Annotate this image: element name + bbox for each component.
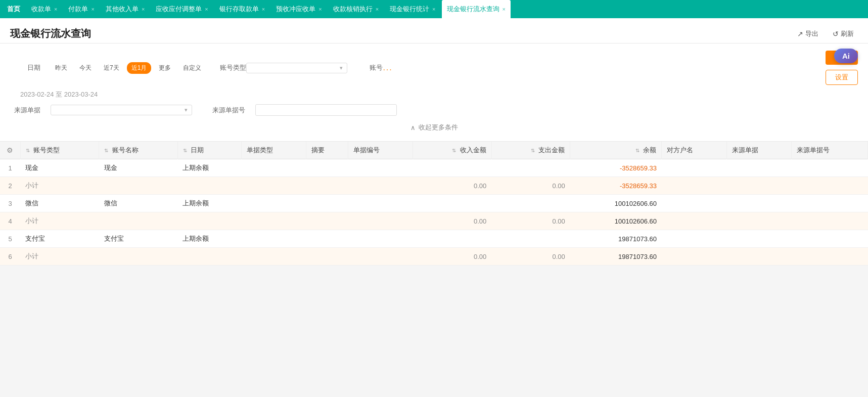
- cell-doc-type: [242, 230, 306, 248]
- cell-row-num: 5: [0, 230, 20, 248]
- cell-source-doc-no: [791, 177, 867, 195]
- export-button[interactable]: ↗ 导出: [793, 27, 823, 40]
- th-date[interactable]: ⇅ 日期: [177, 142, 241, 159]
- ai-badge[interactable]: Ai: [834, 49, 858, 63]
- cell-doc-type: [242, 159, 306, 177]
- cell-date: 上期余额: [177, 159, 241, 177]
- filter-row-date: 日期 昨天 今天 近7天 近1月 更多 自定义 账号类型 ▾ 账号 ... 查询: [10, 51, 858, 85]
- chevron-up-icon: ∧: [410, 124, 416, 131]
- nav-tab-qitashouruda[interactable]: 其他收入单 ×: [101, 0, 150, 18]
- th-balance[interactable]: ⇅ 余额: [570, 142, 662, 159]
- close-icon[interactable]: ×: [502, 6, 506, 12]
- close-icon[interactable]: ×: [91, 6, 94, 12]
- close-icon[interactable]: ×: [318, 6, 322, 12]
- refresh-button[interactable]: ↺ 刷新: [829, 27, 858, 40]
- cell-account-type: 现金: [20, 159, 99, 177]
- collapse-label: 收起更多条件: [419, 123, 458, 132]
- source-doc-select[interactable]: ▾: [51, 105, 192, 115]
- cell-row-num: 6: [0, 248, 20, 266]
- date-btn-more[interactable]: 更多: [154, 62, 175, 74]
- collapse-bar[interactable]: ∧ 收起更多条件: [10, 121, 858, 134]
- cell-balance: -3528659.33: [570, 177, 662, 195]
- cell-summary: [306, 212, 348, 230]
- nav-home-label: 首页: [7, 5, 20, 14]
- cell-date: [177, 248, 241, 266]
- th-account-name[interactable]: ⇅ 账号名称: [99, 142, 178, 159]
- th-income[interactable]: ⇅ 收入金额: [413, 142, 492, 159]
- cell-date: 上期余额: [177, 230, 241, 248]
- cell-income: [413, 159, 492, 177]
- date-btn-7days[interactable]: 近7天: [99, 62, 124, 74]
- page-header: 现金银行流水查询 ↗ 导出 ↺ 刷新: [0, 18, 868, 43]
- date-btn-custom[interactable]: 自定义: [178, 62, 206, 74]
- close-icon[interactable]: ×: [142, 6, 145, 12]
- cell-income: 0.00: [413, 248, 492, 266]
- nav-home[interactable]: 首页: [2, 0, 25, 18]
- cell-income: 0.00: [413, 212, 492, 230]
- close-icon[interactable]: ×: [376, 6, 379, 12]
- cell-date: [177, 177, 241, 195]
- th-source-doc[interactable]: 来源单据: [726, 142, 791, 159]
- cell-row-num: 4: [0, 212, 20, 230]
- nav-tab-fukuandan[interactable]: 付款单 ×: [63, 0, 99, 18]
- cell-counterpart: [662, 195, 726, 212]
- date-btn-today[interactable]: 今天: [75, 62, 96, 74]
- cell-doc-type: [242, 177, 306, 195]
- cell-counterpart: [662, 230, 726, 248]
- table-row: 5 支付宝 支付宝 上期余额 19871073.60: [0, 230, 868, 248]
- cell-summary: [306, 248, 348, 266]
- date-btn-yesterday[interactable]: 昨天: [51, 62, 72, 74]
- account-type-select[interactable]: ▾: [246, 63, 347, 73]
- account-no-filter: 账号 ...: [362, 63, 392, 72]
- export-icon: ↗: [797, 30, 803, 38]
- table-row: 2 小计 0.00 0.00 -3528659.33: [0, 177, 868, 195]
- settings-icon[interactable]: ⚙: [7, 146, 13, 154]
- cell-date: 上期余额: [177, 195, 241, 212]
- nav-tab-yingshouyingfu[interactable]: 应收应付调整单 ×: [151, 0, 213, 18]
- close-icon[interactable]: ×: [262, 6, 265, 12]
- th-summary[interactable]: 摘要: [306, 142, 348, 159]
- account-type-filter: 账号类型 ▾: [216, 63, 347, 73]
- cell-doc-type: [242, 248, 306, 266]
- nav-tab-yushou[interactable]: 预收冲应收单 ×: [271, 0, 327, 18]
- cell-account-name: [99, 177, 178, 195]
- close-icon[interactable]: ×: [54, 6, 57, 12]
- close-icon[interactable]: ×: [205, 6, 208, 12]
- table-row: 4 小计 0.00 0.00 100102606.60: [0, 212, 868, 230]
- th-settings[interactable]: ⚙: [0, 142, 20, 159]
- th-doc-type[interactable]: 单据类型: [242, 142, 306, 159]
- cell-account-name: 现金: [99, 159, 178, 177]
- account-no-label: 账号: [362, 63, 383, 72]
- cell-summary: [306, 230, 348, 248]
- nav-tab-xianjinyinhang-query[interactable]: 现金银行流水查询 ×: [442, 0, 511, 18]
- cell-counterpart: [662, 159, 726, 177]
- close-icon[interactable]: ×: [432, 6, 435, 12]
- cell-source-doc: [726, 212, 791, 230]
- th-doc-no[interactable]: 单据编号: [348, 142, 413, 159]
- header-actions: ↗ 导出 ↺ 刷新: [793, 27, 858, 40]
- cell-summary: [306, 195, 348, 212]
- chevron-down-icon: ▾: [340, 65, 343, 71]
- nav-tab-xianjinyinhang-stat[interactable]: 现金银行统计 ×: [385, 0, 440, 18]
- source-doc-no-input[interactable]: [255, 104, 397, 116]
- th-expense[interactable]: ⇅ 支出金额: [491, 142, 570, 159]
- cell-account-type: 小计: [20, 212, 99, 230]
- cell-source-doc: [726, 159, 791, 177]
- cell-doc-no: [348, 177, 413, 195]
- cell-source-doc: [726, 195, 791, 212]
- nav-tab-yinhangcunqu[interactable]: 银行存取款单 ×: [214, 0, 270, 18]
- th-source-doc-no[interactable]: 来源单据号: [791, 142, 867, 159]
- cell-account-name: [99, 248, 178, 266]
- nav-tab-shoukuanhexiao[interactable]: 收款核销执行 ×: [328, 0, 384, 18]
- cell-doc-no: [348, 230, 413, 248]
- cell-balance: 100102606.60: [570, 195, 662, 212]
- date-range-display: 2023-02-24 至 2023-03-24: [20, 91, 98, 98]
- account-no-dots[interactable]: ...: [383, 63, 392, 72]
- settings-button[interactable]: 设置: [826, 70, 858, 85]
- table-row: 3 微信 微信 上期余额 100102606.60: [0, 195, 868, 212]
- th-account-type[interactable]: ⇅ 账号类型: [20, 142, 99, 159]
- date-btn-1month[interactable]: 近1月: [127, 62, 152, 74]
- th-counterpart[interactable]: 对方户名: [662, 142, 726, 159]
- nav-tab-shoukuandan[interactable]: 收款单 ×: [26, 0, 62, 18]
- cell-account-name: 微信: [99, 195, 178, 212]
